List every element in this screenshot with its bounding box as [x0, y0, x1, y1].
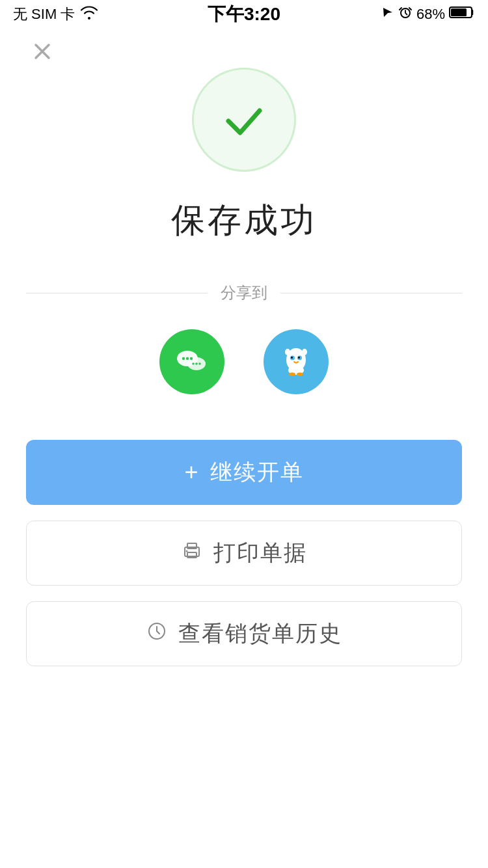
- status-left: 无 SIM 卡: [13, 5, 98, 24]
- print-label: 打印单据: [213, 538, 307, 568]
- status-time: 下午3:20: [208, 2, 280, 27]
- svg-rect-2: [451, 8, 467, 16]
- social-buttons-row: [159, 329, 329, 394]
- svg-point-16: [298, 357, 300, 359]
- wifi-icon: [80, 5, 98, 23]
- continue-label: 继续开单: [210, 457, 304, 487]
- svg-point-18: [297, 373, 303, 376]
- checkmark-icon: [218, 94, 270, 146]
- svg-point-7: [190, 357, 193, 360]
- history-icon: [146, 620, 168, 647]
- alarm-icon: [398, 5, 413, 23]
- close-button[interactable]: [26, 35, 59, 68]
- no-sim-label: 无 SIM 卡: [13, 5, 75, 24]
- history-button[interactable]: 查看销货单历史: [26, 601, 462, 666]
- qq-button[interactable]: [264, 329, 329, 394]
- status-right: 68%: [381, 5, 475, 23]
- share-label: 分享到: [221, 282, 267, 303]
- print-icon: [181, 539, 203, 567]
- svg-point-9: [195, 362, 198, 365]
- svg-point-19: [285, 349, 290, 355]
- battery-percent: 68%: [416, 6, 445, 23]
- svg-point-6: [186, 357, 189, 360]
- svg-point-5: [182, 357, 185, 360]
- wechat-icon: [172, 342, 212, 382]
- location-icon: [381, 6, 394, 23]
- wechat-button[interactable]: [159, 329, 224, 394]
- plus-icon: +: [184, 459, 199, 486]
- svg-point-8: [192, 362, 195, 365]
- svg-point-15: [291, 357, 293, 359]
- continue-button[interactable]: + 继续开单: [26, 440, 462, 505]
- share-section: 分享到: [26, 282, 462, 303]
- svg-point-17: [289, 373, 295, 376]
- history-label: 查看销货单历史: [178, 619, 342, 649]
- battery-icon: [449, 5, 475, 23]
- status-bar: 无 SIM 卡 下午3:20 68%: [0, 0, 488, 29]
- divider-right: [280, 293, 462, 293]
- success-circle: [192, 68, 296, 172]
- qq-icon: [276, 342, 316, 382]
- close-icon: [31, 40, 54, 63]
- success-title: 保存成功: [171, 198, 317, 243]
- divider-left: [26, 293, 208, 293]
- main-content: 保存成功 分享到: [0, 29, 488, 868]
- svg-point-10: [198, 362, 201, 365]
- svg-point-20: [302, 349, 307, 355]
- svg-point-24: [186, 550, 188, 552]
- action-buttons: + 继续开单 打印单据 查看销货单历史: [26, 440, 462, 666]
- print-button[interactable]: 打印单据: [26, 521, 462, 586]
